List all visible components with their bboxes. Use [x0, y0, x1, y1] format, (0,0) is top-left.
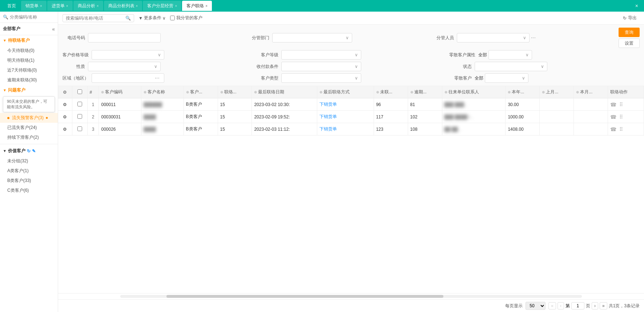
person-select[interactable]: ∨: [457, 33, 530, 42]
sidebar-group-value[interactable]: ▼ 价值客户 ↻ ✎: [0, 146, 58, 156]
edit-icon[interactable]: ✎: [32, 149, 36, 154]
sidebar-item-today[interactable]: 今天待联络(0): [0, 46, 58, 56]
refresh-icon[interactable]: ↻: [27, 149, 31, 154]
more-button-area[interactable]: ···: [153, 75, 161, 81]
search-icon[interactable]: 🔍: [125, 16, 131, 21]
first-page-button[interactable]: «: [548, 302, 556, 309]
row-checkbox[interactable]: [72, 98, 87, 111]
customer-type-select[interactable]: ∨: [281, 73, 361, 83]
status-select[interactable]: ∨: [475, 62, 547, 71]
more-action-icon[interactable]: ⠿: [619, 126, 623, 132]
payment-select[interactable]: ∨: [281, 62, 361, 71]
close-icon[interactable]: ×: [40, 4, 42, 8]
scroll-track[interactable]: [120, 295, 582, 298]
gender-select[interactable]: ∨: [88, 62, 161, 71]
checkbox-col-header[interactable]: [72, 86, 87, 98]
sidebar-item-ungrouped[interactable]: 未分组(32): [0, 156, 58, 166]
row-type: B类客户: [184, 98, 218, 111]
sidebar-item-churn-warning[interactable]: 流失预警客户(3) ●: [0, 113, 58, 123]
type-col-header[interactable]: 客户...: [184, 86, 218, 98]
query-button[interactable]: 查询: [619, 28, 640, 37]
row-last-method[interactable]: 下销货单: [317, 123, 374, 135]
contact-icon[interactable]: ☎: [610, 102, 616, 108]
this-month-col-header[interactable]: 本月...: [574, 86, 608, 98]
tab-purchase[interactable]: 进货单 ×: [47, 1, 73, 11]
sidebar-group-problem[interactable]: ▼ 问题客户: [0, 85, 58, 96]
row-last-method[interactable]: 下销货单: [317, 111, 374, 123]
row-last-method[interactable]: 下销货单: [317, 98, 374, 111]
row-gear[interactable]: ⚙: [58, 111, 72, 123]
name-col-header[interactable]: 客户名称: [141, 86, 184, 98]
row-checkbox[interactable]: [72, 111, 87, 123]
customer-level-select[interactable]: ∨: [281, 50, 361, 60]
uncontact-col-header[interactable]: 未联...: [374, 86, 408, 98]
row-gear[interactable]: ⚙: [58, 123, 72, 135]
row-select-checkbox[interactable]: [77, 102, 82, 106]
sidebar-item-overdue[interactable]: 逾期未联络(30): [0, 75, 58, 85]
row-select-checkbox[interactable]: [77, 126, 82, 131]
nav-home[interactable]: 首页: [3, 1, 20, 11]
sidebar-item-c-class[interactable]: C类客户(6): [0, 186, 58, 195]
more-conditions-button[interactable]: ▼ 更多条件 ∨: [138, 15, 166, 21]
tab-product-analysis[interactable]: 商品分析 ×: [73, 1, 103, 11]
close-icon[interactable]: ×: [136, 4, 138, 8]
page-size-select[interactable]: 50 100 200: [526, 302, 546, 310]
more-action-icon[interactable]: ⠿: [619, 114, 623, 120]
phone-input[interactable]: [88, 33, 161, 42]
dept-select[interactable]: ∨: [272, 33, 352, 42]
row-gear[interactable]: ⚙: [58, 98, 72, 111]
search-input[interactable]: [66, 16, 124, 21]
prev-page-button[interactable]: ‹: [558, 302, 564, 309]
more-button[interactable]: ···: [530, 35, 537, 41]
sidebar-item-b-class[interactable]: B类客户(33): [0, 176, 58, 186]
tab-product-list[interactable]: 商品分析列表 ×: [104, 1, 142, 11]
dept-label: 分管部门: [247, 35, 272, 41]
next-page-button[interactable]: ›: [592, 302, 598, 309]
close-all-button[interactable]: ×: [632, 1, 641, 10]
sidebar-item-a-class[interactable]: A类客户(1): [0, 166, 58, 176]
zero-attr-select[interactable]: ∨: [488, 50, 532, 60]
sidebar-search-input[interactable]: [10, 15, 58, 20]
contact-col-header[interactable]: 联络...: [218, 86, 252, 98]
sidebar-item-churned[interactable]: 已流失客户(24): [0, 123, 58, 133]
scroll-thumb[interactable]: [166, 295, 443, 298]
tab-sales[interactable]: 销货单 ×: [21, 1, 47, 11]
company-contact-col-header[interactable]: 往来单位联系人: [442, 86, 506, 98]
close-icon[interactable]: ×: [175, 4, 177, 8]
last-month-col-header[interactable]: 上月...: [540, 86, 574, 98]
close-icon[interactable]: ×: [97, 4, 99, 8]
sidebar-item-tomorrow[interactable]: 明天待联络(1): [0, 56, 58, 65]
last-page-button[interactable]: »: [600, 302, 607, 309]
more-action-icon[interactable]: ⠿: [619, 102, 623, 108]
collapse-icon: «: [52, 26, 55, 32]
settings-button[interactable]: 设置: [619, 39, 640, 48]
group-value-label: 价值客户: [8, 148, 25, 154]
close-icon[interactable]: ×: [205, 4, 208, 8]
code-col-header[interactable]: 客户编码: [99, 86, 141, 98]
select-all-checkbox[interactable]: [77, 89, 82, 94]
tab-customer-segment[interactable]: 客户分层经营 ×: [143, 1, 181, 11]
zero-customer-select[interactable]: ∨: [485, 73, 528, 83]
close-icon[interactable]: ×: [66, 4, 68, 8]
row-select-checkbox[interactable]: [77, 114, 82, 119]
row-last-month: [540, 123, 574, 135]
overdue-col-header[interactable]: 逾期...: [408, 86, 442, 98]
area-select[interactable]: ···: [92, 73, 164, 83]
last-date-col-header[interactable]: 最后联络日期: [252, 86, 317, 98]
page-input[interactable]: [571, 302, 584, 309]
sidebar-group-pending[interactable]: ▼ 待联络客户: [0, 35, 58, 46]
sidebar-all-customers[interactable]: 全部客户 «: [0, 23, 58, 35]
gear-col-header[interactable]: ⚙: [58, 86, 72, 98]
row-checkbox[interactable]: [72, 123, 87, 135]
sidebar-item-declining[interactable]: 持续下滑客户(2): [0, 133, 58, 142]
price-level-select[interactable]: ∨: [92, 50, 164, 60]
this-year-col-header[interactable]: 本年...: [506, 86, 540, 98]
sidebar-item-week[interactable]: 近7天待联络(0): [0, 65, 58, 75]
export-button[interactable]: ↻ 导出: [620, 14, 640, 22]
my-customers-checkbox[interactable]: 我分管的客户: [170, 15, 202, 21]
contact-icon[interactable]: ☎: [610, 114, 616, 120]
tab-customer-contact[interactable]: 客户联络 ×: [182, 1, 212, 11]
last-method-col-header[interactable]: 最后联络方式: [317, 86, 374, 98]
contact-icon[interactable]: ☎: [610, 126, 616, 132]
my-customers-check[interactable]: [170, 16, 175, 20]
